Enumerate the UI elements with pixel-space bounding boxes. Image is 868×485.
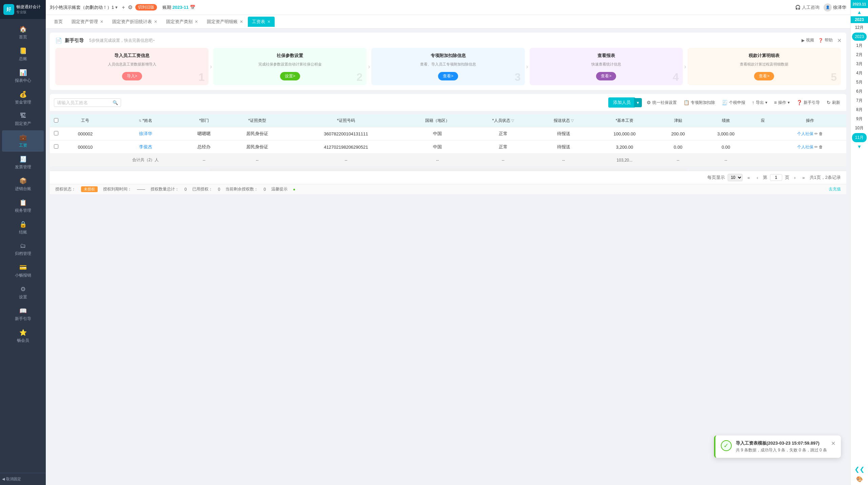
toast-success-icon: ✓ bbox=[721, 440, 732, 451]
tab-close-fixed-category[interactable]: ✕ bbox=[195, 19, 198, 24]
guide-step-5-btn[interactable]: 查看> bbox=[754, 72, 774, 80]
sidebar-item-home[interactable]: 🏠 首页 bbox=[2, 22, 44, 43]
tab-close-fixed-depreciation[interactable]: ✕ bbox=[154, 19, 157, 24]
help-link[interactable]: ❓ 帮助 bbox=[818, 37, 833, 43]
guide-steps: 导入员工工资信息 人员信息及工资数据新增导入 导入> 1 › 社保参数设置 完成… bbox=[55, 48, 841, 85]
next-page-button[interactable]: › bbox=[792, 174, 797, 181]
sidebar-item-invoices[interactable]: 🧾 发票管理 bbox=[2, 152, 44, 173]
operation-button[interactable]: ≡ 操作 ▾ bbox=[772, 98, 792, 107]
rp-color-icon[interactable]: 🎨 bbox=[856, 476, 863, 482]
toast-content: 导入工资表模板(2023-03-23 15:07:59.897) 共 9 条数据… bbox=[736, 440, 827, 453]
video-link[interactable]: ▶ 视频 bbox=[802, 37, 814, 43]
first-page-button[interactable]: « bbox=[745, 174, 752, 181]
sidebar-item-newguide[interactable]: 📖 新手引导 bbox=[2, 304, 44, 325]
select-all-checkbox[interactable] bbox=[54, 118, 58, 123]
sort-icon[interactable]: ⇅ bbox=[139, 119, 141, 123]
guide-step-1-btn[interactable]: 导入> bbox=[122, 72, 142, 80]
tab-fixed-category[interactable]: 固定资产类别 ✕ bbox=[162, 17, 202, 27]
sidebar-item-payroll[interactable]: 💼 工资 bbox=[2, 130, 44, 152]
sidebar-item-ledger[interactable]: 📒 总账 bbox=[2, 44, 44, 65]
special-deduction-button[interactable]: 📋 专项附加扣除 bbox=[682, 98, 717, 107]
new-guide-button[interactable]: ❓ 新手引导 bbox=[794, 98, 822, 107]
calendar-month-10[interactable]: 10月 bbox=[851, 124, 868, 133]
account-dropdown-icon[interactable]: ▾ bbox=[115, 5, 118, 10]
op-delete-1[interactable]: 🗑 bbox=[819, 131, 823, 136]
tab-close-fixed-detail[interactable]: ✕ bbox=[240, 19, 243, 24]
calendar-month-11-active[interactable]: 11月 bbox=[852, 133, 867, 142]
export-button[interactable]: ↑ 导出 ▾ bbox=[750, 98, 769, 107]
sidebar-item-expense[interactable]: 💳 小畅报销 bbox=[2, 260, 44, 282]
sidebar-item-tax[interactable]: 📋 税务管理 bbox=[2, 195, 44, 217]
calendar-month-6[interactable]: 6月 bbox=[851, 87, 868, 96]
settings-button[interactable]: ⚙ bbox=[128, 4, 133, 11]
tab-fixed-detail[interactable]: 固定资产明细账 ✕ bbox=[203, 17, 247, 27]
employee-name-link-1[interactable]: 徐泽华 bbox=[139, 131, 152, 136]
calendar-month-7[interactable]: 7月 bbox=[851, 96, 868, 105]
calendar-month-9[interactable]: 9月 bbox=[851, 114, 868, 124]
rp-expand-icon[interactable]: ❮❮ bbox=[854, 466, 865, 473]
calendar-month-4[interactable]: 4月 bbox=[851, 69, 868, 78]
report-status-filter-icon[interactable]: ▽ bbox=[571, 118, 574, 123]
user-info[interactable]: 👤 徐泽华 bbox=[824, 3, 846, 12]
tab-fixed-assets[interactable]: 固定资产管理 ✕ bbox=[67, 17, 107, 27]
tab-close-payroll[interactable]: ✕ bbox=[267, 19, 271, 24]
calendar-month-5[interactable]: 5月 bbox=[851, 78, 868, 87]
calendar-month-3[interactable]: 3月 bbox=[851, 59, 868, 69]
personal-tax-button[interactable]: 🧾 个税申报 bbox=[720, 98, 747, 107]
op-delete-2[interactable]: 🗑 bbox=[819, 145, 823, 149]
last-page-button[interactable]: » bbox=[800, 174, 807, 181]
search-input[interactable] bbox=[57, 100, 111, 105]
row-checkbox-1[interactable] bbox=[54, 131, 58, 135]
guide-step-3-btn[interactable]: 查看> bbox=[438, 72, 458, 80]
prev-page-button[interactable]: ‹ bbox=[755, 174, 760, 181]
calendar-up-button[interactable]: ▲ bbox=[851, 8, 868, 16]
page-input[interactable] bbox=[770, 174, 782, 181]
add-person-dropdown-button[interactable]: ▾ bbox=[634, 98, 642, 107]
sidebar-unpin[interactable]: ◀ 取消固定 bbox=[0, 473, 46, 485]
sidebar-item-funds[interactable]: 💰 资金管理 bbox=[2, 87, 44, 109]
refresh-button[interactable]: ↻ 刷新 bbox=[825, 98, 842, 107]
add-person-button[interactable]: 添加人员 bbox=[608, 97, 635, 108]
sidebar-item-member[interactable]: ⭐ 畅会员 bbox=[2, 325, 44, 347]
calendar-month-8[interactable]: 8月 bbox=[851, 105, 868, 114]
sidebar-item-inventory[interactable]: 📦 进销台账 bbox=[2, 174, 44, 195]
calendar-year-active[interactable]: 2023 bbox=[851, 16, 868, 23]
tab-fixed-depreciation[interactable]: 固定资产折旧统计表 ✕ bbox=[108, 17, 161, 27]
sidebar-item-close[interactable]: 🔒 结账 bbox=[2, 217, 44, 239]
guide-step-4-btn[interactable]: 查看> bbox=[596, 72, 616, 80]
op-edit-2[interactable]: ✏ bbox=[814, 145, 818, 149]
cell-status-1: 正常 bbox=[472, 127, 534, 141]
op-edit-1[interactable]: ✏ bbox=[814, 131, 818, 136]
sidebar-item-settings[interactable]: ⚙ 设置 bbox=[2, 282, 44, 303]
tab-close-fixed-assets[interactable]: ✕ bbox=[100, 19, 103, 24]
switch-old-version-badge[interactable]: 切到旧版 bbox=[135, 4, 157, 11]
op-social-2[interactable]: 个人社保 bbox=[797, 145, 813, 149]
employee-name-link-2[interactable]: 李俊杰 bbox=[139, 144, 152, 149]
calendar-down-button[interactable]: ▼ bbox=[851, 143, 868, 151]
home-icon: 🏠 bbox=[19, 25, 27, 33]
calendar-nav: ▲ 2023 12月 2023 1月 2月 3月 4月 5月 6月 7月 8月 … bbox=[851, 8, 868, 151]
sidebar-item-reports[interactable]: 📊 报表中心 bbox=[2, 66, 44, 87]
sidebar-item-archive[interactable]: 🗂 归档管理 bbox=[2, 239, 44, 260]
calendar-icon[interactable]: 📅 bbox=[190, 5, 195, 10]
search-icon[interactable]: 🔍 bbox=[113, 100, 118, 105]
guide-help-links: ▶ 视频 ❓ 帮助 bbox=[802, 37, 833, 43]
guide-step-2-btn[interactable]: 设置> bbox=[280, 72, 300, 80]
calendar-month-2[interactable]: 2月 bbox=[851, 50, 868, 59]
tab-home[interactable]: 首页 bbox=[50, 17, 67, 27]
consult-button[interactable]: 🎧 人工咨询 bbox=[795, 4, 820, 11]
calendar-month-12[interactable]: 12月 bbox=[851, 23, 868, 32]
social-unified-button[interactable]: ⚙ 统一社保设置 bbox=[645, 98, 679, 107]
add-account-button[interactable]: + bbox=[122, 4, 125, 11]
guide-close-button[interactable]: ✕ bbox=[837, 37, 842, 44]
sidebar-item-assets[interactable]: 🏗 固定资产 bbox=[2, 109, 44, 130]
toast-close-button[interactable]: ✕ bbox=[831, 440, 835, 447]
tab-payroll-table[interactable]: 工资表 ✕ bbox=[248, 17, 275, 27]
page-size-select[interactable]: 10 20 50 bbox=[728, 174, 743, 181]
op-social-1[interactable]: 个人社保 bbox=[797, 131, 813, 136]
row-checkbox-2[interactable] bbox=[54, 144, 58, 149]
horizontal-scrollbar[interactable] bbox=[209, 168, 687, 171]
status-filter-icon[interactable]: ▽ bbox=[511, 118, 514, 123]
renew-link[interactable]: 去充值 bbox=[829, 186, 841, 192]
calendar-month-1[interactable]: 1月 bbox=[851, 41, 868, 50]
